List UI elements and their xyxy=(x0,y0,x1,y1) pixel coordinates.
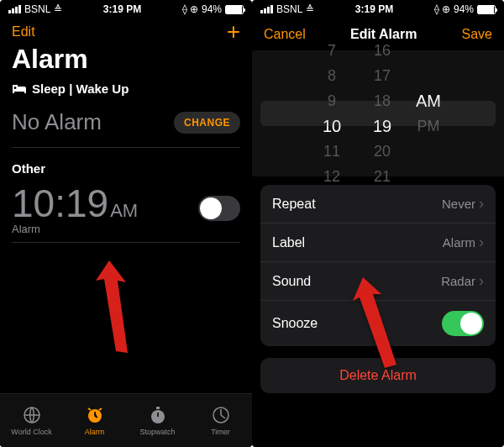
save-button[interactable]: Save xyxy=(462,27,492,42)
tab-alarm[interactable]: Alarm xyxy=(63,394,126,447)
alarm-time: 10:19AM xyxy=(12,181,138,226)
add-alarm-button[interactable]: + xyxy=(227,24,240,40)
row-sound[interactable]: Sound Radar› xyxy=(260,262,496,301)
cancel-button[interactable]: Cancel xyxy=(264,27,306,42)
annotation-arrow xyxy=(92,260,134,365)
delete-alarm-button[interactable]: Delete Alarm xyxy=(260,358,496,393)
statusbar: BSNL≙ 3:19 PM ⟠ ⊕94% xyxy=(252,0,504,18)
bed-icon xyxy=(12,83,27,95)
svg-rect-3 xyxy=(156,407,160,409)
tabbar: World Clock Alarm Stopwatch Timer xyxy=(0,393,252,447)
tab-world-clock[interactable]: World Clock xyxy=(0,394,63,447)
battery-pct: 94% xyxy=(202,3,222,15)
battery-icon xyxy=(225,5,244,14)
alarm-item[interactable]: 10:19AM Alarm xyxy=(12,177,240,243)
tab-stopwatch[interactable]: Stopwatch xyxy=(126,394,189,447)
alarm-options-list: Repeat Never› Label Alarm› Sound Radar› … xyxy=(260,185,496,346)
chevron-right-icon: › xyxy=(479,195,484,213)
no-alarm-text: No Alarm xyxy=(12,109,102,135)
status-time: 3:19 PM xyxy=(103,3,141,15)
time-picker[interactable]: 789 10 1112 161718 19 2021 AM PM xyxy=(252,50,504,176)
signal-icon xyxy=(8,5,21,13)
edit-alarm-screen: BSNL≙ 3:19 PM ⟠ ⊕94% Cancel Edit Alarm S… xyxy=(252,0,504,447)
snooze-toggle[interactable] xyxy=(442,311,484,336)
signal-icon xyxy=(260,5,273,13)
statusbar: BSNL ≙ 3:19 PM ⟠ ⊕ 94% xyxy=(0,0,252,18)
carrier-label: BSNL xyxy=(24,3,50,15)
row-snooze: Snooze xyxy=(260,301,496,346)
tab-timer[interactable]: Timer xyxy=(189,394,252,447)
row-repeat[interactable]: Repeat Never› xyxy=(260,185,496,224)
page-title: Alarm xyxy=(0,42,252,82)
alarm-list-screen: BSNL ≙ 3:19 PM ⟠ ⊕ 94% Edit + Alarm Slee… xyxy=(0,0,252,447)
alarm-toggle[interactable] xyxy=(198,196,240,221)
sleep-section-label: Sleep | Wake Up xyxy=(32,82,129,96)
change-button[interactable]: CHANGE xyxy=(174,112,240,134)
other-section-label: Other xyxy=(12,156,240,177)
edit-button[interactable]: Edit xyxy=(12,24,35,39)
row-label[interactable]: Label Alarm› xyxy=(260,224,496,262)
